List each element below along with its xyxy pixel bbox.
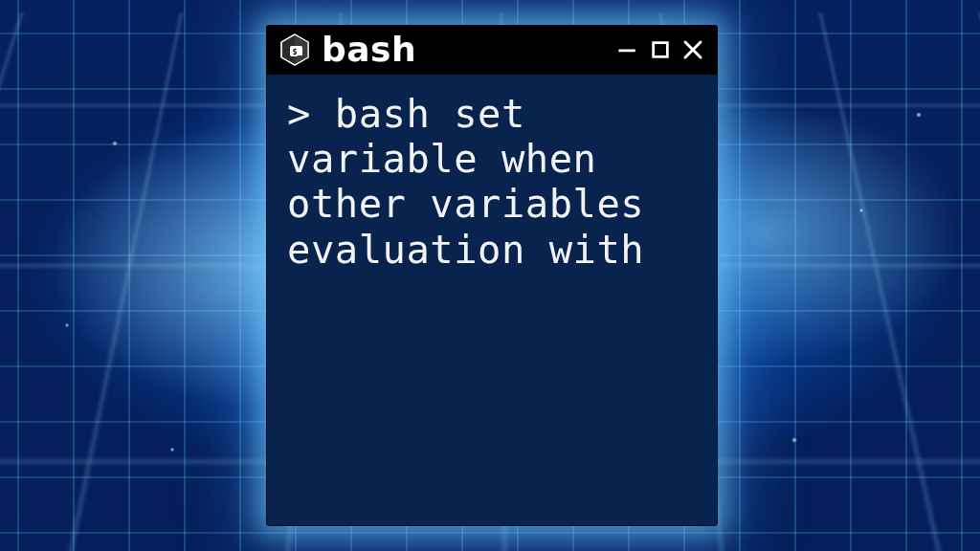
maximize-button[interactable] (649, 38, 672, 61)
minimize-button[interactable] (616, 38, 639, 61)
terminal-body[interactable]: > bash set variable when other variables… (266, 75, 718, 526)
command-text: bash set variable when other variables e… (287, 91, 644, 273)
bash-hex-icon: $_ (278, 33, 312, 67)
close-button[interactable] (681, 38, 704, 61)
window-controls (616, 38, 704, 61)
titlebar[interactable]: $_ bash (266, 25, 718, 75)
svg-text:$_: $_ (293, 47, 303, 56)
app-title: bash (322, 33, 416, 67)
terminal-window: $_ bash > bash set variable (266, 25, 718, 526)
prompt-symbol: > (287, 91, 335, 137)
svg-rect-6 (654, 43, 668, 57)
